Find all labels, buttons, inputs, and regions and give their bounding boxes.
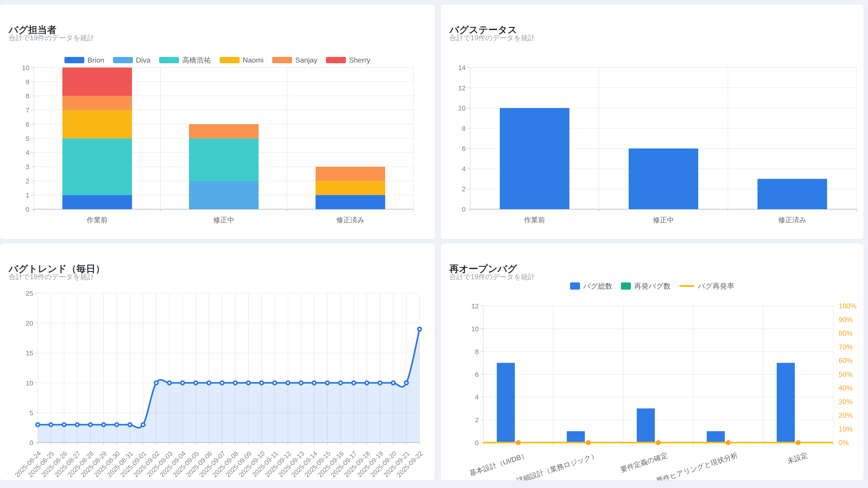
svg-text:9: 9	[26, 78, 29, 86]
svg-text:60%: 60%	[839, 357, 852, 365]
svg-text:0: 0	[29, 439, 33, 447]
svg-text:5: 5	[29, 409, 33, 417]
svg-text:修正中: 修正中	[653, 216, 674, 224]
svg-text:要件定義の確定: 要件定義の確定	[619, 451, 669, 474]
svg-text:0%: 0%	[839, 439, 849, 447]
svg-text:要件ヒアリングと現状分析: 要件ヒアリングと現状分析	[655, 451, 739, 480]
svg-text:4: 4	[26, 149, 29, 156]
svg-text:30%: 30%	[839, 398, 852, 406]
svg-text:80%: 80%	[839, 329, 852, 337]
svg-text:15: 15	[26, 349, 33, 357]
svg-text:6: 6	[475, 371, 479, 378]
svg-text:10: 10	[22, 64, 29, 71]
svg-text:2: 2	[26, 177, 29, 185]
bug-assignee-chart[interactable]: 012345678910作業前修正中修正済み	[0, 4, 435, 239]
svg-text:100%: 100%	[839, 302, 857, 310]
svg-text:20: 20	[26, 320, 33, 327]
svg-text:14: 14	[458, 64, 466, 71]
svg-text:25: 25	[26, 290, 33, 297]
svg-text:詳細設計（業務ロジック）: 詳細設計（業務ロジック）	[516, 451, 598, 480]
svg-text:0: 0	[475, 439, 479, 447]
svg-text:8: 8	[475, 348, 479, 355]
svg-text:0: 0	[462, 205, 466, 213]
bug-trend-chart[interactable]: 05101520252025-08-242025-08-252025-08-26…	[0, 243, 435, 480]
svg-text:作業前: 作業前	[524, 216, 545, 224]
reopened-bugs-chart[interactable]: 0246810120%10%20%30%40%50%60%70%80%90%10…	[441, 243, 864, 480]
svg-text:基本設計（UI/DB）: 基本設計（UI/DB）	[469, 451, 529, 477]
svg-text:7: 7	[26, 106, 29, 114]
bug-status-chart[interactable]: 02468101214作業前修正中修正済み	[441, 4, 864, 239]
svg-text:修正済み: 修正済み	[336, 216, 365, 224]
svg-text:50%: 50%	[839, 370, 852, 379]
panel-bug-trend-daily: バグトレンド（毎日） 合計で19件のデータを統計 05101520252025-…	[0, 243, 435, 480]
svg-text:4: 4	[475, 393, 479, 401]
svg-text:修正中: 修正中	[213, 216, 235, 224]
svg-text:90%: 90%	[839, 316, 852, 324]
svg-text:12: 12	[471, 302, 479, 310]
svg-text:12: 12	[458, 84, 466, 92]
svg-text:10%: 10%	[839, 425, 852, 433]
svg-text:3: 3	[26, 163, 29, 170]
dashboard: バグ担当者 合計で19件のデータを統計 BrionDiva高橋浩祐NaomiSa…	[0, 0, 868, 488]
svg-text:1: 1	[26, 191, 29, 199]
svg-text:6: 6	[26, 121, 29, 128]
panel-bug-status: バグステータス 合計で19件のデータを統計 02468101214作業前修正中修…	[441, 4, 864, 239]
svg-text:作業前: 作業前	[87, 216, 108, 224]
panel-reopened-bugs: 再オープンバグ 合計で19件のデータを統計 バグ総数再発バグ数バグ再発率 024…	[441, 243, 864, 480]
svg-text:4: 4	[462, 165, 466, 173]
svg-text:5: 5	[26, 135, 29, 142]
svg-text:20%: 20%	[839, 412, 852, 419]
svg-text:2: 2	[462, 185, 466, 193]
panel-bug-assignee: バグ担当者 合計で19件のデータを統計 BrionDiva高橋浩祐NaomiSa…	[0, 4, 435, 239]
svg-text:6: 6	[462, 145, 466, 152]
svg-text:2: 2	[475, 416, 479, 424]
svg-text:修正済み: 修正済み	[778, 216, 807, 224]
svg-text:10: 10	[471, 325, 479, 332]
svg-text:70%: 70%	[839, 343, 852, 351]
svg-text:未設定: 未設定	[786, 451, 809, 465]
svg-text:8: 8	[26, 92, 29, 100]
svg-text:0: 0	[26, 205, 29, 213]
svg-text:10: 10	[458, 104, 466, 112]
svg-text:10: 10	[26, 379, 33, 387]
svg-text:40%: 40%	[839, 384, 852, 392]
svg-text:8: 8	[462, 125, 466, 132]
